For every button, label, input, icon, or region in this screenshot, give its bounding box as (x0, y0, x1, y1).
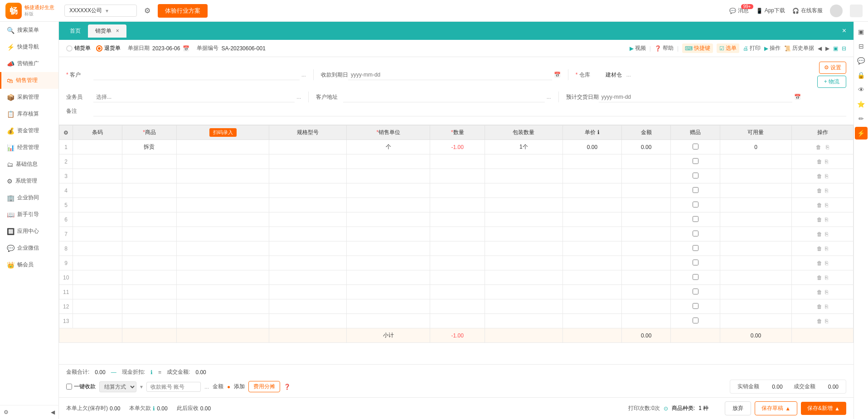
delete-icon[interactable]: 🗑 (817, 173, 822, 179)
message-button[interactable]: 💬 消息 99+ (729, 7, 749, 14)
copy-icon[interactable]: ⎘ (825, 260, 828, 266)
discard-button[interactable]: 放弃 (725, 401, 751, 415)
close-window-button[interactable]: × (839, 27, 850, 35)
sidebar-item-apps[interactable]: 🔲 应用中心 (0, 223, 58, 240)
collection-input[interactable] (348, 70, 552, 80)
rs-layout1-icon[interactable]: ▣ (855, 25, 868, 38)
delete-icon[interactable]: 🗑 (817, 202, 822, 208)
row-1-product[interactable]: 拆贡 (122, 140, 177, 154)
collection-calendar-icon[interactable]: 📅 (554, 72, 561, 78)
copy-icon[interactable]: ⎘ (825, 303, 828, 310)
copy-icon[interactable]: ⎘ (825, 217, 828, 223)
delete-icon[interactable]: 🗑 (817, 275, 822, 281)
sidebar-item-member[interactable]: 👑 畅会员 (0, 256, 58, 273)
delete-icon[interactable]: 🗑 (817, 303, 822, 310)
rs-chat-icon[interactable]: 💬 (855, 54, 868, 67)
copy-icon[interactable]: ⎘ (825, 188, 828, 194)
sidebar-item-inventory[interactable]: 📋 库存核算 (0, 106, 58, 122)
account-input[interactable] (146, 382, 201, 392)
sidebar-gear-icon[interactable]: ⚙ (4, 409, 9, 415)
row-1-copy-icon[interactable]: ⎘ (826, 144, 829, 150)
view-list-icon[interactable]: ▣ (833, 45, 838, 52)
action-print[interactable]: 🖨 打印 (743, 44, 761, 52)
sidebar-item-quick-nav[interactable]: ⚡ 快捷导航 (0, 39, 58, 55)
row-1-barcode[interactable] (73, 140, 122, 154)
customer-more[interactable]: ... (301, 72, 306, 78)
copy-icon[interactable]: ⎘ (825, 318, 828, 324)
settings-button[interactable]: ⚙ 设置 (819, 62, 846, 74)
action-help[interactable]: ❓ 帮助 (655, 44, 674, 52)
rs-eye-icon[interactable]: 👁 (855, 83, 868, 96)
sidebar-collapse-icon[interactable]: ◀ (51, 409, 55, 415)
address-input[interactable] (343, 92, 544, 102)
action-select[interactable]: ☑ 选单 (717, 43, 739, 53)
col-gear[interactable]: ⚙ (59, 125, 73, 140)
delivery-calendar-icon[interactable]: 📅 (794, 94, 801, 100)
nav-prev-icon[interactable]: ◀ (818, 45, 822, 52)
rs-lock-icon[interactable]: 🔒 (855, 69, 868, 82)
save-draft-button[interactable]: 保存草稿 ▲ (755, 401, 797, 415)
sidebar-item-basic[interactable]: 🗂 基础信息 (0, 156, 58, 173)
copy-icon[interactable]: ⎘ (825, 275, 828, 281)
scan-button[interactable]: 扫码录入 (209, 128, 237, 137)
copy-icon[interactable]: ⎘ (825, 246, 828, 252)
sidebar-item-purchase[interactable]: 📦 采购管理 (0, 89, 58, 106)
radio-return-order[interactable]: 退货单 (96, 44, 121, 52)
row-2-copy-icon[interactable]: ⎘ (825, 159, 828, 165)
logistics-button[interactable]: + 物流 (817, 76, 846, 88)
row-1-pack-qty[interactable]: 1个 (485, 140, 563, 154)
account-more[interactable]: ... (204, 384, 209, 390)
row-1-gift[interactable] (671, 140, 720, 154)
action-shortcut[interactable]: ⌨ 快捷键 (682, 43, 713, 53)
nav-next-icon[interactable]: ▶ (825, 45, 829, 52)
view-detail-icon[interactable]: ⊟ (842, 45, 846, 52)
delete-icon[interactable]: 🗑 (817, 188, 822, 194)
tab-sales-order[interactable]: 销货单 × (88, 24, 126, 38)
one-click-pay-checkbox[interactable] (66, 384, 72, 390)
row-1-spec[interactable] (269, 140, 347, 154)
payment-method-select[interactable]: 结算方式 (99, 381, 136, 392)
delete-icon[interactable]: 🗑 (817, 217, 822, 223)
sidebar-item-operation[interactable]: 📊 经营管理 (0, 139, 58, 156)
row-2-delete-icon[interactable]: 🗑 (817, 159, 822, 165)
address-more[interactable]: ... (547, 94, 551, 100)
fee-split-button[interactable]: 费用分摊 (248, 381, 280, 392)
sidebar-item-marketing[interactable]: 📣 营销推广 (0, 55, 58, 72)
salesman-input[interactable] (93, 92, 295, 102)
user-menu[interactable] (850, 5, 863, 17)
sidebar-item-wechat[interactable]: 💬 企业微信 (0, 240, 58, 256)
delete-icon[interactable]: 🗑 (817, 318, 822, 324)
save-new-button[interactable]: 保存&新增 ▲ (801, 402, 846, 415)
app-download-button[interactable]: 📱 App下载 (756, 7, 785, 14)
copy-icon[interactable]: ⎘ (825, 202, 828, 208)
row-1-price[interactable]: 0.00 (563, 140, 621, 154)
company-select[interactable]: XXXXXX公司 ▾ (64, 5, 137, 17)
tab-home[interactable]: 首页 (63, 24, 88, 38)
settings-icon[interactable]: ⚙ (141, 4, 154, 18)
trial-button[interactable]: 体验行业方案 (158, 4, 208, 18)
rs-star-icon[interactable]: ⭐ (855, 98, 868, 111)
row-1-amount[interactable]: 0.00 (622, 140, 671, 154)
row-1-unit[interactable]: 个 (347, 140, 430, 154)
row-1-qty[interactable]: -1.00 (430, 140, 485, 154)
delete-icon[interactable]: 🗑 (817, 231, 822, 237)
action-history[interactable]: 📜 历史单据 (784, 44, 814, 52)
warehouse-more[interactable]: ... (626, 72, 631, 78)
customer-input[interactable] (93, 70, 300, 80)
sidebar-item-finance[interactable]: 💰 资金管理 (0, 122, 58, 139)
copy-icon[interactable]: ⎘ (825, 231, 828, 237)
delete-icon[interactable]: 🗑 (817, 260, 822, 266)
online-service-button[interactable]: 🎧 在线客服 (792, 7, 823, 14)
rs-action-icon[interactable]: ⚡ (855, 127, 868, 140)
action-video[interactable]: ▶ 视频 (630, 44, 646, 52)
sidebar-item-enterprise[interactable]: 🏢 企业协同 (0, 189, 58, 206)
sidebar-item-system[interactable]: ⚙ 系统管理 (0, 173, 58, 189)
delivery-input[interactable] (599, 92, 792, 102)
delete-icon[interactable]: 🗑 (817, 246, 822, 252)
action-operation[interactable]: ▶ 操作 (764, 44, 781, 52)
tab-close-icon[interactable]: × (116, 28, 119, 34)
copy-icon[interactable]: ⎘ (825, 173, 828, 179)
sidebar-item-search[interactable]: 🔍 搜索菜单 (0, 22, 58, 39)
rs-edit-icon[interactable]: ✏ (855, 112, 868, 125)
copy-icon[interactable]: ⎘ (825, 289, 828, 295)
